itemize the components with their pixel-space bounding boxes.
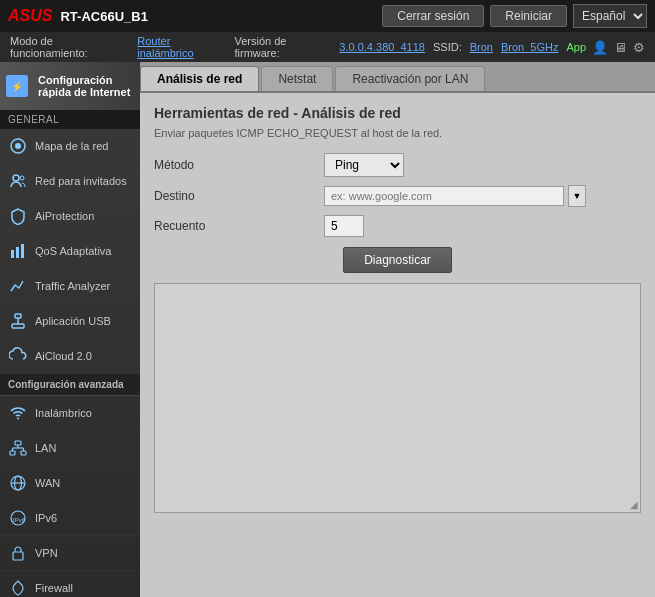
dest-row: Destino ▼ — [154, 185, 641, 207]
dest-dropdown-button[interactable]: ▼ — [568, 185, 586, 207]
lan-icon — [8, 438, 28, 458]
settings-icon: ⚙ — [633, 40, 645, 55]
quick-internet-button[interactable]: ⚡ Configuración rápida de Internet — [0, 62, 140, 110]
svg-rect-11 — [15, 441, 21, 445]
aicloud-icon — [8, 346, 28, 366]
sidebar-label-lan: LAN — [35, 442, 56, 454]
sidebar: ⚡ Configuración rápida de Internet Gener… — [0, 62, 140, 597]
svg-rect-4 — [11, 250, 14, 258]
reiniciar-button[interactable]: Reiniciar — [490, 5, 567, 27]
advanced-section-title: Configuración avanzada — [0, 374, 140, 396]
sidebar-label-mapa-red: Mapa de la red — [35, 140, 108, 152]
tab-reactivacion[interactable]: Reactivación por LAN — [335, 66, 485, 91]
tabs-bar: Análisis de red Netstat Reactivación por… — [140, 62, 655, 93]
firmware-value[interactable]: 3.0.0.4.380_4118 — [339, 41, 425, 53]
router-model: RT-AC66U_B1 — [60, 9, 147, 24]
sidebar-item-traffic[interactable]: Traffic Analyzer — [0, 269, 140, 304]
sidebar-item-qos[interactable]: QoS Adaptativa — [0, 234, 140, 269]
content-area: Análisis de red Netstat Reactivación por… — [140, 62, 655, 597]
svg-rect-6 — [21, 244, 24, 258]
count-label: Recuento — [154, 219, 324, 233]
quick-internet-label: Configuración rápida de Internet — [38, 74, 132, 98]
ssid-5g[interactable]: Bron_5GHz — [501, 41, 558, 53]
sidebar-item-wan[interactable]: WAN — [0, 466, 140, 501]
panel-subtitle: Enviar paquetes ICMP ECHO_REQUEST al hos… — [154, 127, 641, 139]
monitor-icon: 🖥 — [614, 40, 627, 55]
cerrar-sesion-button[interactable]: Cerrar sesión — [382, 5, 484, 27]
method-label: Método — [154, 158, 324, 172]
diagnosticar-button[interactable]: Diagnosticar — [343, 247, 452, 273]
sidebar-label-ipv6: IPv6 — [35, 512, 57, 524]
svg-point-1 — [15, 143, 21, 149]
sidebar-item-lan[interactable]: LAN — [0, 431, 140, 466]
panel: Herramientas de red - Análisis de red En… — [140, 93, 655, 597]
sidebar-item-aiprotection[interactable]: AiProtection — [0, 199, 140, 234]
vpn-icon — [8, 543, 28, 563]
sidebar-item-vpn[interactable]: VPN — [0, 536, 140, 571]
count-control — [324, 215, 364, 237]
sidebar-label-usb: Aplicación USB — [35, 315, 111, 327]
resize-handle[interactable]: ◢ — [630, 499, 638, 510]
mode-label: Modo de funcionamiento: — [10, 35, 129, 59]
svg-rect-8 — [12, 324, 24, 328]
aiprotection-icon — [8, 206, 28, 226]
sidebar-label-wan: WAN — [35, 477, 60, 489]
status-bar: Modo de funcionamiento: Router inalámbri… — [0, 32, 655, 62]
svg-text:IPv6: IPv6 — [13, 517, 26, 523]
top-bar: ASUS RT-AC66U_B1 Cerrar sesión Reiniciar… — [0, 0, 655, 32]
sidebar-label-vpn: VPN — [35, 547, 58, 559]
asus-logo: ASUS — [8, 7, 52, 25]
method-select[interactable]: Ping Traceroute NS Lookup — [324, 153, 404, 177]
mode-value[interactable]: Router inalámbrico — [137, 35, 226, 59]
count-input[interactable] — [324, 215, 364, 237]
sidebar-item-mapa-red[interactable]: Mapa de la red — [0, 129, 140, 164]
quick-internet-icon: ⚡ — [6, 75, 28, 97]
method-row: Método Ping Traceroute NS Lookup — [154, 153, 641, 177]
sidebar-item-ipv6[interactable]: IPv6 IPv6 — [0, 501, 140, 536]
status-icons: App 👤 🖥 ⚙ — [566, 40, 645, 55]
panel-title: Herramientas de red - Análisis de red — [154, 105, 641, 121]
dest-input[interactable] — [324, 186, 564, 206]
usb-icon — [8, 311, 28, 331]
sidebar-item-usb[interactable]: Aplicación USB — [0, 304, 140, 339]
sidebar-label-aiprotection: AiProtection — [35, 210, 94, 222]
tab-analisis[interactable]: Análisis de red — [140, 66, 259, 91]
ssid-label: SSID: — [433, 41, 462, 53]
language-select[interactable]: Español English — [573, 4, 647, 28]
sidebar-label-aicloud: AiCloud 2.0 — [35, 350, 92, 362]
svg-rect-13 — [21, 451, 26, 455]
firewall-icon — [8, 578, 28, 597]
dest-label: Destino — [154, 189, 324, 203]
ssid-2g[interactable]: Bron — [470, 41, 493, 53]
sidebar-label-red-invitados: Red para invitados — [35, 175, 127, 187]
sidebar-item-firewall[interactable]: Firewall — [0, 571, 140, 597]
sidebar-label-firewall: Firewall — [35, 582, 73, 594]
sidebar-item-inalambrico[interactable]: Inalámbrico — [0, 396, 140, 431]
general-section-title: General — [0, 110, 140, 129]
dest-control: ▼ — [324, 185, 586, 207]
mapa-red-icon — [8, 136, 28, 156]
traffic-icon — [8, 276, 28, 296]
svg-rect-12 — [10, 451, 15, 455]
method-control: Ping Traceroute NS Lookup — [324, 153, 404, 177]
firmware-label: Versión de firmware: — [234, 35, 331, 59]
user-icon: 👤 — [592, 40, 608, 55]
svg-rect-5 — [16, 247, 19, 258]
count-row: Recuento — [154, 215, 641, 237]
sidebar-item-red-invitados[interactable]: Red para invitados — [0, 164, 140, 199]
sidebar-item-aicloud[interactable]: AiCloud 2.0 — [0, 339, 140, 374]
wan-icon — [8, 473, 28, 493]
svg-rect-23 — [13, 552, 23, 560]
tab-netstat[interactable]: Netstat — [261, 66, 333, 91]
svg-point-3 — [20, 176, 24, 180]
sidebar-label-traffic: Traffic Analyzer — [35, 280, 110, 292]
svg-point-10 — [17, 418, 19, 420]
sidebar-label-qos: QoS Adaptativa — [35, 245, 111, 257]
svg-point-2 — [13, 175, 19, 181]
inalambrico-icon — [8, 403, 28, 423]
sidebar-label-inalambrico: Inalámbrico — [35, 407, 92, 419]
app-icon: App — [566, 41, 586, 53]
output-area: ◢ — [154, 283, 641, 513]
red-invitados-icon — [8, 171, 28, 191]
qos-icon — [8, 241, 28, 261]
